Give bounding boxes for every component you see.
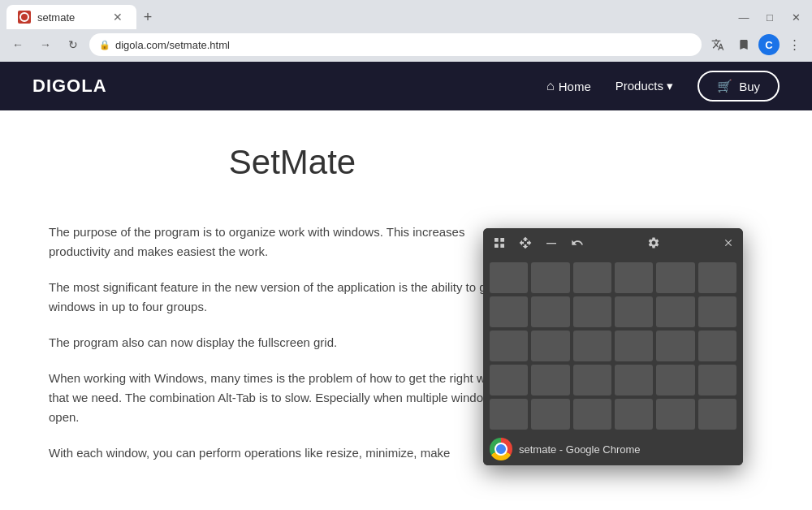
buy-label: Buy <box>739 80 760 93</box>
paragraph-5: With each window, you can perform operat… <box>49 443 520 463</box>
paragraph-3: The program also can now display the ful… <box>49 333 520 352</box>
grid-cell[interactable] <box>615 365 653 395</box>
popup-minimize-icon[interactable] <box>542 233 561 253</box>
grid-cell[interactable] <box>490 296 528 327</box>
tab-favicon <box>18 11 31 24</box>
grid-cell[interactable] <box>656 331 694 361</box>
tab-row: setmate ✕ + <box>6 5 159 29</box>
page-title: SetMate <box>49 143 536 182</box>
popup-close-button[interactable] <box>720 235 736 251</box>
lock-icon: 🔒 <box>99 40 110 50</box>
title-bar: setmate ✕ + — □ ✕ <box>0 0 812 29</box>
translate-button[interactable] <box>706 33 729 56</box>
grid-row <box>490 331 736 361</box>
cart-icon: 🛒 <box>717 79 732 93</box>
popup-grid-area <box>483 257 743 430</box>
address-bar-row: ← → ↻ 🔒 digola.com/setmate.html C ⋮ <box>0 29 812 62</box>
grid-cell[interactable] <box>490 365 528 395</box>
home-label: Home <box>559 80 591 93</box>
grid-cell[interactable] <box>656 365 694 395</box>
grid-row <box>490 365 736 395</box>
maximize-button[interactable]: □ <box>760 10 780 24</box>
popup-move-icon[interactable] <box>516 233 535 253</box>
chrome-icon <box>490 438 512 460</box>
grid-cell[interactable] <box>531 331 569 361</box>
popup-settings-icon[interactable] <box>644 233 663 253</box>
grid-cell[interactable] <box>531 399 569 430</box>
products-label: Products ▾ <box>615 79 673 93</box>
grid-row <box>490 399 736 430</box>
grid-cell[interactable] <box>698 262 736 293</box>
minimize-button[interactable]: — <box>734 10 754 24</box>
site-nav: DIGOLA ⌂ Home Products ▾ 🛒 Buy <box>0 62 812 110</box>
close-button[interactable]: ✕ <box>786 10 806 24</box>
url-text: digola.com/setmate.html <box>115 39 230 51</box>
website: DIGOLA ⌂ Home Products ▾ 🛒 Buy SetMate T… <box>0 62 812 510</box>
bookmark-button[interactable] <box>732 33 755 56</box>
grid-cell[interactable] <box>615 296 653 327</box>
grid-row <box>490 262 736 293</box>
tab-close-button[interactable]: ✕ <box>110 10 125 24</box>
grid-cell[interactable] <box>698 331 736 361</box>
grid-cell[interactable] <box>490 331 528 361</box>
popup-titlebar <box>483 228 743 257</box>
grid-cell[interactable] <box>531 296 569 327</box>
address-input[interactable]: 🔒 digola.com/setmate.html <box>89 33 702 56</box>
menu-button[interactable]: ⋮ <box>783 33 806 56</box>
paragraph-1: The purpose of the program is to organiz… <box>49 223 520 261</box>
paragraph-4: When working with Windows, many times is… <box>49 369 520 427</box>
grid-cell[interactable] <box>698 365 736 395</box>
popup-footer: setmate - Google Chrome <box>483 433 743 465</box>
grid-cell[interactable] <box>698 296 736 327</box>
browser-tab[interactable]: setmate ✕ <box>6 5 136 29</box>
grid-cell[interactable] <box>490 262 528 293</box>
popup-footer-text: setmate - Google Chrome <box>519 443 641 456</box>
grid-cell[interactable] <box>490 399 528 430</box>
popup-undo-icon[interactable] <box>568 233 587 253</box>
products-link[interactable]: Products ▾ <box>615 79 673 93</box>
new-tab-button[interactable]: + <box>136 6 159 28</box>
popup-grid-icon[interactable] <box>490 233 509 253</box>
grid-row <box>490 296 736 327</box>
grid-cell[interactable] <box>656 262 694 293</box>
grid-cell[interactable] <box>573 365 611 395</box>
paragraph-2: The most significant feature in the new … <box>49 278 520 317</box>
grid-cell[interactable] <box>698 399 736 430</box>
grid-cell[interactable] <box>531 262 569 293</box>
grid-cell[interactable] <box>573 296 611 327</box>
grid-cell[interactable] <box>615 399 653 430</box>
buy-button[interactable]: 🛒 Buy <box>698 71 780 102</box>
nav-links: ⌂ Home Products ▾ 🛒 Buy <box>546 71 780 102</box>
browser-chrome: setmate ✕ + — □ ✕ ← → ↻ 🔒 digola.com/set… <box>0 0 812 62</box>
home-icon: ⌂ <box>546 79 555 93</box>
popup-window: setmate - Google Chrome <box>483 228 743 465</box>
grid-cell[interactable] <box>656 399 694 430</box>
grid-cell[interactable] <box>615 262 653 293</box>
profile-button[interactable]: C <box>758 34 780 55</box>
tab-title: setmate <box>37 11 75 24</box>
toolbar-icons: C ⋮ <box>706 33 806 56</box>
grid-cell[interactable] <box>573 262 611 293</box>
site-logo: DIGOLA <box>32 76 107 97</box>
window-controls: — □ ✕ <box>734 10 806 24</box>
refresh-button[interactable]: ↻ <box>62 33 84 56</box>
grid-cell[interactable] <box>656 296 694 327</box>
back-button[interactable]: ← <box>6 33 29 56</box>
grid-cell[interactable] <box>573 399 611 430</box>
grid-cell[interactable] <box>615 331 653 361</box>
forward-button[interactable]: → <box>34 33 57 56</box>
grid-cell[interactable] <box>573 331 611 361</box>
home-link[interactable]: ⌂ Home <box>546 79 591 93</box>
grid-cell[interactable] <box>531 365 569 395</box>
